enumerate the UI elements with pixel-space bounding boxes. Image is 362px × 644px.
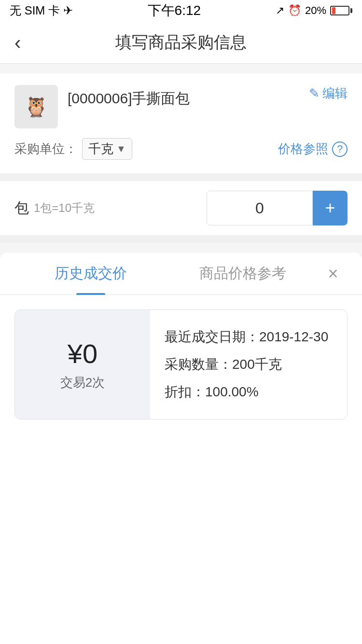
product-card: 🦉 [0000006]手撕面包 ✎ 编辑 采购单位： 千克 ▼ 价格参照 ? bbox=[0, 73, 362, 173]
qty-value: 200千克 bbox=[232, 357, 282, 372]
back-button[interactable]: ‹ bbox=[14, 33, 21, 52]
history-price-section: ¥0 交易2次 bbox=[15, 310, 150, 419]
product-header: 🦉 [0000006]手撕面包 ✎ 编辑 bbox=[14, 85, 348, 128]
nav-bar: ‹ 填写商品采购信息 bbox=[0, 21, 362, 64]
battery-icon bbox=[330, 6, 352, 15]
plus-icon: + bbox=[325, 198, 335, 218]
discount-value: 100.00% bbox=[205, 384, 259, 399]
product-logo-icon: 🦉 bbox=[24, 96, 48, 118]
history-card: ¥0 交易2次 最近成交日期：2019-12-30 采购数量：200千克 折扣：… bbox=[14, 309, 348, 420]
battery-percent: 20% bbox=[305, 4, 326, 17]
discount-label: 折扣： bbox=[165, 384, 205, 399]
history-price-value: ¥0 bbox=[68, 338, 97, 369]
status-right: ↗ ⏰ 20% bbox=[276, 4, 352, 17]
quantity-row: 包 1包=10千克 + bbox=[0, 181, 362, 235]
unit-hint: 1包=10千克 bbox=[34, 200, 95, 216]
location-icon: ↗ bbox=[276, 4, 284, 17]
unit-badge: 包 bbox=[14, 198, 29, 218]
section-divider bbox=[0, 173, 362, 181]
status-time: 下午6:12 bbox=[148, 1, 201, 20]
page-title: 填写商品采购信息 bbox=[115, 31, 247, 54]
history-details-section: 最近成交日期：2019-12-30 采购数量：200千克 折扣：100.00% bbox=[150, 310, 347, 419]
unit-select-dropdown[interactable]: 千克 ▼ bbox=[82, 138, 132, 160]
tab-history-label: 历史成交价 bbox=[55, 264, 127, 283]
tab-history-price[interactable]: 历史成交价 bbox=[14, 252, 167, 295]
edit-icon: ✎ bbox=[309, 86, 320, 101]
tab-price-ref[interactable]: 商品价格参考 bbox=[167, 252, 319, 295]
tab-active-underline bbox=[76, 293, 105, 295]
dropdown-arrow-icon: ▼ bbox=[116, 143, 126, 154]
edit-label: 编辑 bbox=[322, 85, 348, 102]
history-trades: 交易2次 bbox=[60, 374, 105, 391]
help-icon[interactable]: ? bbox=[332, 141, 348, 157]
price-ref-label: 价格参照 bbox=[278, 140, 328, 157]
status-left: 无 SIM 卡 ✈ bbox=[10, 3, 73, 18]
price-ref-button[interactable]: 价格参照 ? bbox=[278, 140, 348, 157]
quantity-label: 包 1包=10千克 bbox=[14, 198, 95, 218]
history-date-row: 最近成交日期：2019-12-30 bbox=[165, 327, 333, 346]
page-background bbox=[0, 434, 362, 644]
unit-label: 采购单位： bbox=[14, 140, 77, 157]
status-bar: 无 SIM 卡 ✈ 下午6:12 ↗ ⏰ 20% bbox=[0, 0, 362, 21]
product-image: 🦉 bbox=[14, 85, 58, 128]
tab-price-ref-label: 商品价格参考 bbox=[199, 264, 286, 283]
history-qty-row: 采购数量：200千克 bbox=[165, 355, 333, 374]
quantity-plus-button[interactable]: + bbox=[313, 191, 348, 225]
product-name: [0000006]手撕面包 bbox=[68, 89, 190, 109]
sim-status: 无 SIM 卡 ✈ bbox=[10, 3, 73, 18]
quantity-input[interactable] bbox=[207, 191, 313, 225]
close-button[interactable]: × bbox=[319, 259, 348, 288]
alarm-icon: ⏰ bbox=[288, 4, 301, 17]
qty-label: 采购数量： bbox=[165, 357, 232, 372]
edit-button[interactable]: ✎ 编辑 bbox=[309, 85, 348, 102]
bottom-sheet: 历史成交价 商品价格参考 × ¥0 交易2次 最近成交日期：2019-12-30… bbox=[0, 252, 362, 644]
quantity-input-group: + bbox=[207, 191, 348, 225]
date-label: 最近成交日期： bbox=[165, 329, 259, 344]
history-discount-row: 折扣：100.00% bbox=[165, 382, 333, 401]
section-divider-2 bbox=[0, 235, 362, 243]
product-unit-row: 采购单位： 千克 ▼ 价格参照 ? bbox=[14, 138, 348, 160]
tabs-row: 历史成交价 商品价格参考 × bbox=[0, 252, 362, 295]
close-icon: × bbox=[328, 264, 338, 284]
date-value: 2019-12-30 bbox=[259, 329, 328, 344]
product-info: 🦉 [0000006]手撕面包 bbox=[14, 85, 190, 128]
unit-select-value: 千克 bbox=[88, 140, 113, 157]
